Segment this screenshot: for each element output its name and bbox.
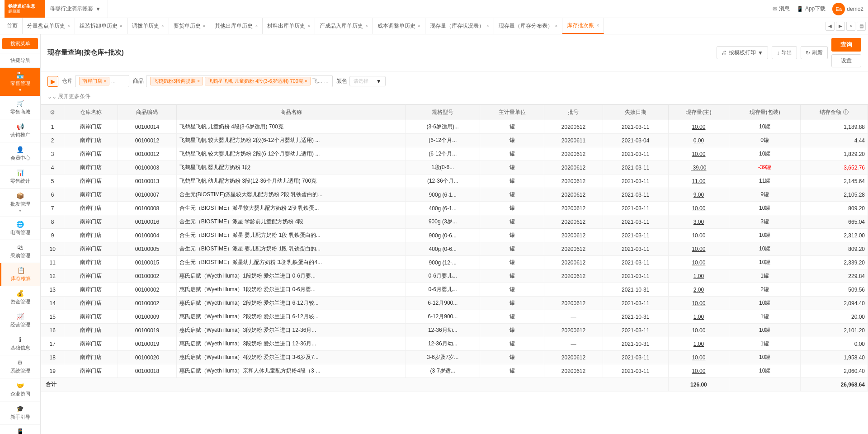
app-download-btn[interactable]: 📱 App下载 <box>797 5 826 13</box>
settings-icon[interactable]: ⚙ <box>50 109 55 116</box>
row-qty-main[interactable]: -39.00 <box>668 161 729 175</box>
row-qty-main[interactable]: 1.00 <box>668 310 729 324</box>
tag-close-btn[interactable]: × <box>305 79 307 84</box>
tab-prev-btn[interactable]: ◀ <box>826 22 835 31</box>
row-amount: 4.44 <box>801 134 868 147</box>
warehouse-tag-box[interactable]: 南岸门店 × ... <box>75 75 129 87</box>
row-unit: 罐 <box>480 120 544 134</box>
tab-close[interactable]: × <box>67 24 70 28</box>
tab-11[interactable]: 库存批次账× <box>562 18 604 34</box>
sidebar-item-basic-info[interactable]: ℹ 基础信息 <box>0 332 40 355</box>
sidebar-item-retail-management[interactable]: 🏪 零售管理 ▼ <box>0 68 40 96</box>
row-batch: 20200612 <box>544 202 603 215</box>
color-filter-box[interactable]: 请选择 ▼ <box>349 76 386 86</box>
row-expire: 2021-10-31 <box>603 283 668 297</box>
row-amount: 2,312.00 <box>801 229 868 242</box>
warehouse-filter-group: ▶ <box>47 76 58 87</box>
expand-conditions-btn[interactable]: ⌄⌄ 展开更多条件 <box>47 93 90 100</box>
tab-next-btn[interactable]: ▶ <box>836 22 845 31</box>
tag-close-btn[interactable]: × <box>197 79 200 84</box>
tab-5[interactable]: 其他出库单历史× <box>210 18 263 34</box>
sidebar-item-purchase[interactable]: 🛍 采购管理 <box>0 240 40 263</box>
tab-close[interactable]: × <box>365 24 368 28</box>
sidebar-item-finance[interactable]: 💰 资金管理 <box>0 286 40 309</box>
row-qty-pkg: 10罐 <box>729 256 801 269</box>
row-qty-main[interactable]: 10.00 <box>668 147 729 161</box>
row-qty-main[interactable]: 10.00 <box>668 120 729 134</box>
sidebar-item-member[interactable]: 👤 会员中心 <box>0 142 40 165</box>
tab-9[interactable]: 现存量（库存状况表）× <box>425 18 494 34</box>
tab-1[interactable]: 分量盘点单历史× <box>23 18 75 34</box>
row-qty-main[interactable]: 10.00 <box>668 324 729 337</box>
row-qty-main[interactable]: 11.00 <box>668 175 729 188</box>
query-btn[interactable]: 查询 <box>831 38 861 52</box>
tab-3[interactable]: 调拨单历史× <box>127 18 169 34</box>
sidebar-item-wholesale[interactable]: 📦 批发管理 ▼ <box>0 189 40 217</box>
quick-nav-btn[interactable]: 快捷导航 <box>0 53 40 68</box>
sidebar-item-app-center[interactable]: 📱 应用中心 <box>0 425 40 434</box>
row-spec: 0-6月婴儿... <box>406 269 480 283</box>
tab-close[interactable]: × <box>255 24 258 28</box>
tab-home[interactable]: 首页 <box>2 18 23 34</box>
tab-4[interactable]: 要货单历史× <box>169 18 211 34</box>
row-qty-main[interactable]: 10.00 <box>668 351 729 364</box>
sidebar-item-collab[interactable]: 🤝 企业协同 <box>0 378 40 401</box>
tab-close[interactable]: × <box>161 24 164 28</box>
tab-10[interactable]: 现存量（库存分布表）× <box>494 18 563 34</box>
tab-close[interactable]: × <box>418 24 420 28</box>
tag-close-btn[interactable]: × <box>104 79 106 84</box>
tab-close[interactable]: × <box>596 23 599 28</box>
sidebar-item-ecommerce[interactable]: 🌐 电商管理 <box>0 217 40 240</box>
row-qty-main[interactable]: 1.00 <box>668 337 729 351</box>
row-no: 3 <box>41 147 64 161</box>
row-qty-main[interactable]: 10.00 <box>668 202 729 215</box>
row-qty-main[interactable]: 10.00 <box>668 364 729 378</box>
sidebar-item-system[interactable]: ⚙ 系统管理 <box>0 355 40 378</box>
chevron-down-icon: ▼ <box>758 50 763 56</box>
refresh-btn[interactable]: ↻ 刷新 <box>801 46 828 59</box>
tab-8[interactable]: 成本调整单历史× <box>373 18 425 34</box>
row-qty-main[interactable]: 2.00 <box>668 283 729 297</box>
expand-filter-btn[interactable]: ▶ <box>47 76 58 87</box>
row-qty-main[interactable]: 10.00 <box>668 242 729 256</box>
tab-6[interactable]: 材料出库单历史× <box>263 18 315 34</box>
tab-menu-btn[interactable]: ▤ <box>857 22 866 31</box>
user-avatar-area[interactable]: Ea demo2 <box>832 3 863 15</box>
row-unit: 罐 <box>480 202 544 215</box>
sidebar-item-retail-stats[interactable]: 📊 零售统计 <box>0 165 40 189</box>
row-qty-main[interactable]: 10.00 <box>668 229 729 242</box>
message-btn[interactable]: ✉ 消息 <box>773 5 790 13</box>
row-qty-main[interactable]: 10.00 <box>668 297 729 310</box>
row-no: 18 <box>41 351 64 364</box>
settings-btn[interactable]: 设置 <box>831 54 861 67</box>
export-btn[interactable]: ↓ 导出 <box>772 46 797 59</box>
tab-close[interactable]: × <box>203 24 206 28</box>
sidebar-item-guide[interactable]: 🎓 新手引导 <box>0 401 40 425</box>
row-qty-main[interactable]: 1.00 <box>668 269 729 283</box>
row-spec: 12-36月幼... <box>406 337 480 351</box>
sidebar-item-inventory[interactable]: 📋 库存核算 <box>0 263 40 286</box>
tab-close[interactable]: × <box>486 24 489 28</box>
row-qty-main[interactable]: 9.00 <box>668 188 729 202</box>
tab-close[interactable]: × <box>120 24 123 28</box>
template-print-btn[interactable]: 🖨 按模板打印 ▼ <box>717 46 768 59</box>
account-selector[interactable]: 母婴行业演示账套 ▼ <box>45 0 108 18</box>
sidebar-item-retail-store[interactable]: 🛒 零售商城 <box>0 96 40 119</box>
product-filter-box[interactable]: 飞鹤奶粉3段两提装 × 飞鹤星飞帆 儿童奶粉 4段(3-6岁适用) 700克 ×… <box>146 75 333 87</box>
search-menu-btn[interactable]: 搜索菜单 <box>2 38 38 49</box>
avatar: Ea <box>832 3 845 15</box>
row-qty-main[interactable]: 10.00 <box>668 256 729 269</box>
tab-7[interactable]: 产成品入库单历史× <box>315 18 373 34</box>
col-settings[interactable]: ⚙ <box>41 105 64 120</box>
row-qty-pkg: 10罐 <box>729 120 801 134</box>
tab-close-btn[interactable]: × <box>846 22 855 31</box>
row-name: 合生元（BIOSTIME）派星 学龄前儿童配方奶粉 4段 <box>176 215 406 229</box>
tab-2[interactable]: 组装拆卸单历史× <box>75 18 127 34</box>
tab-close[interactable]: × <box>307 24 310 28</box>
sidebar-item-operations[interactable]: 📈 经营管理 <box>0 309 40 332</box>
row-amount: 665.04 <box>801 215 868 229</box>
row-qty-main[interactable]: 3.00 <box>668 215 729 229</box>
sidebar-item-marketing[interactable]: 📢 营销推广 <box>0 119 40 142</box>
row-qty-main[interactable]: 0.00 <box>668 134 729 147</box>
tab-close[interactable]: × <box>555 24 558 28</box>
